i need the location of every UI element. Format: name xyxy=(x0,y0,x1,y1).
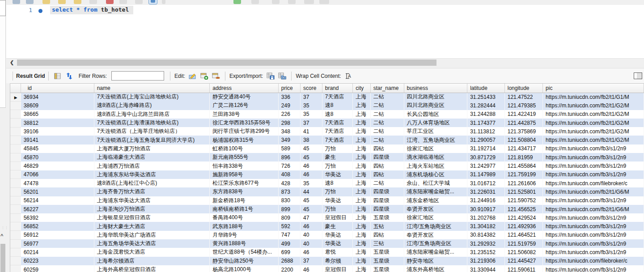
cell-brand[interactable]: 希尔顿 xyxy=(322,257,353,265)
cell-longitude[interactable]: 121.506082 xyxy=(504,248,542,256)
cell-pic[interactable]: https://m.tuniucdn.com/filebroker/c xyxy=(543,257,644,265)
cell-score[interactable]: 35 xyxy=(301,110,322,119)
cell-name[interactable]: 上海齐鲁万怡大酒店 xyxy=(94,187,210,196)
cell-name[interactable]: 上海希尔顿酒店 xyxy=(94,257,210,265)
cell-longitude[interactable]: 121.519759 xyxy=(504,239,542,248)
cell-price[interactable]: 428 xyxy=(278,179,300,187)
cell-star_name[interactable]: 二钻 xyxy=(370,136,404,144)
row-gutter[interactable] xyxy=(10,239,21,248)
cell-business[interactable]: 静安寺地区 xyxy=(404,257,467,265)
cell-city[interactable]: 上海 xyxy=(353,101,370,110)
splitter-grip[interactable]: ⋮⋮ xyxy=(1,226,8,230)
cell-name[interactable]: 上海临港豪生大酒店 xyxy=(94,153,210,162)
cell-brand[interactable]: 华美达 xyxy=(322,196,353,205)
cell-name[interactable]: 7天连锁酒店（上海莘庄地铁站店） xyxy=(94,127,210,136)
cell-pic[interactable]: https://m.tuniucdn.com/fb3/s1/2n9 xyxy=(543,265,644,272)
cell-score[interactable]: 45 xyxy=(301,144,322,153)
row-gutter[interactable] xyxy=(10,265,21,272)
cell-address[interactable]: 广灵二路126号 xyxy=(210,101,279,110)
cell-star_name[interactable]: 四钻 xyxy=(370,170,404,179)
toolbar-icon-9[interactable] xyxy=(135,0,143,4)
cell-score[interactable]: 41 xyxy=(301,127,322,136)
cell-longitude[interactable]: 121.455864 xyxy=(504,162,542,170)
cell-city[interactable]: 上海 xyxy=(353,162,370,170)
cell-name[interactable]: 上海西藏大厦万怡酒店 xyxy=(94,144,210,153)
cell-star_name[interactable]: 二钻 xyxy=(370,179,404,187)
cell-pic[interactable]: https://m.tuniucdn.com/fb2/t1/G2/M xyxy=(543,110,644,119)
cell-business[interactable]: 江湾/五角场商业区 xyxy=(404,222,467,230)
cell-id[interactable]: 56227 xyxy=(21,205,94,213)
cell-address[interactable]: 静安华山路250号 xyxy=(210,257,279,265)
cell-address[interactable]: 虹桥路100号 xyxy=(210,144,279,153)
cell-score[interactable]: 38 xyxy=(301,136,322,144)
toolbar-icon-12[interactable] xyxy=(251,0,259,4)
table-row[interactable]: 388127天连锁酒店(上海漕溪路地铁站店)徐汇龙华西路315弄58号29837… xyxy=(10,119,644,127)
cell-star_name[interactable]: 五星级 xyxy=(370,265,404,272)
table-row[interactable]: 56977上海五角场华美达大酒店黄兴路1888号49940华美达上海三钻江湾/五… xyxy=(10,239,644,248)
cell-name[interactable]: 上海圣淘沙万怡酒店 xyxy=(94,205,210,213)
cell-pic[interactable]: https://m.tuniucdn.com/fb2/t1/G6/M xyxy=(543,205,644,213)
cell-star_name[interactable]: 四星级 xyxy=(370,196,404,205)
cell-city[interactable]: 上海 xyxy=(353,144,370,153)
cell-longitude[interactable]: 121.590752 xyxy=(504,196,542,205)
cell-price[interactable]: 592 xyxy=(278,222,300,230)
cell-price[interactable]: 348 xyxy=(278,127,300,136)
cell-price[interactable]: 249 xyxy=(278,101,300,110)
cell-pic[interactable]: https://m.tuniucdn.com/fb3/s1/2n9 xyxy=(543,196,644,205)
cell-name[interactable]: 上海五角场华美达大酒店 xyxy=(94,239,210,248)
cell-latitude[interactable]: 31.282444 xyxy=(467,101,505,110)
cell-business[interactable]: 浦东陆家嘴金融贸... xyxy=(404,187,467,196)
cell-longitude[interactable]: 121.47522 xyxy=(504,93,542,101)
table-row[interactable]: 56912上海华凯华美达广场酒店月华路9号74740华美达上海四钻奉贤开发区30… xyxy=(10,231,644,239)
hscrollbar-thumb[interactable] xyxy=(17,60,436,66)
scroll-up-icon[interactable]: ^ xyxy=(0,233,3,238)
row-gutter[interactable] xyxy=(10,119,21,127)
cell-id[interactable]: 36934 xyxy=(21,93,94,101)
row-gutter[interactable] xyxy=(10,110,21,119)
cell-star_name[interactable]: 四钻 xyxy=(370,231,404,239)
cell-id[interactable]: 56977 xyxy=(21,239,94,248)
limit-rows-button[interactable] xyxy=(148,0,157,4)
new-query-icon[interactable] xyxy=(233,0,241,4)
cell-id[interactable]: 56214 xyxy=(21,196,94,205)
cell-name[interactable]: 上海浦西万怡酒店 xyxy=(94,162,210,170)
cell-brand[interactable]: 华美达 xyxy=(322,239,353,248)
cell-brand[interactable]: 速8 xyxy=(322,110,353,119)
toolbar-icon-14[interactable] xyxy=(288,0,296,4)
row-gutter[interactable] xyxy=(10,213,21,222)
cell-city[interactable]: 上海 xyxy=(353,213,370,222)
cell-pic[interactable]: https://m.tuniucdn.com/fb3/s1/2n9 xyxy=(543,231,644,239)
cell-brand[interactable]: 7天酒店 xyxy=(322,136,353,144)
cell-latitude[interactable]: 31.244916 xyxy=(467,196,505,205)
cell-address[interactable]: 闵行莘庄镇七莘路299号 xyxy=(210,127,279,136)
cell-score[interactable]: 46 xyxy=(301,248,322,256)
table-row[interactable]: 38609速8酒店(上海赤峰路店)广灵二路126号24935速8上海二钻四川北路… xyxy=(10,101,644,110)
table-row[interactable]: 56392上海银星皇冠假日酒店番禺路400号80947皇冠假日上海五星级徐家汇地… xyxy=(10,213,644,222)
row-gutter[interactable] xyxy=(10,179,21,187)
collapse-panel-icon[interactable] xyxy=(634,72,642,79)
cell-business[interactable]: 徐家汇地区 xyxy=(404,144,467,153)
execute-icon[interactable] xyxy=(89,0,97,4)
cell-star_name[interactable]: 二钻 xyxy=(370,93,404,101)
cell-score[interactable]: 40 xyxy=(301,231,322,239)
table-row[interactable]: 60259上海外高桥皇冠假日酒店杨高北路1000号220046皇冠假日上海五星级… xyxy=(10,265,644,272)
cell-address[interactable]: 杨浦国权路315号 xyxy=(210,136,279,144)
cell-id[interactable]: 56912 xyxy=(21,231,94,239)
cell-pic[interactable]: https://m.tuniucdn.com/fb2/t1/G2/M xyxy=(543,119,644,127)
toolbar-icon-13[interactable] xyxy=(272,0,280,4)
cell-name[interactable]: 上海银星皇冠假日酒店 xyxy=(94,213,210,222)
column-header-name[interactable]: name xyxy=(94,84,210,93)
cell-star_name[interactable]: 四钻 xyxy=(370,162,404,170)
cell-name[interactable]: 速8酒店上海中山北路兰田路店 xyxy=(94,110,210,119)
cell-brand[interactable]: 君悦 xyxy=(322,248,353,256)
cell-brand[interactable]: 豪生 xyxy=(322,222,353,230)
table-row[interactable]: 47478速8酒店(上海松江中心店)松江荣乐东路677号42835速8上海二钻佘… xyxy=(10,179,644,187)
cell-id[interactable]: 60214 xyxy=(21,248,94,256)
row-gutter[interactable] xyxy=(10,205,21,213)
row-gutter[interactable] xyxy=(10,170,21,179)
cell-business[interactable]: 上海火车站地区 xyxy=(404,162,467,170)
cell-star_name[interactable]: 四星级 xyxy=(370,187,404,196)
cell-city[interactable]: 上海 xyxy=(353,119,370,127)
cell-pic[interactable]: https://m.tuniucdn.com/fb2/t1/G2/M xyxy=(543,127,644,136)
cell-longitude[interactable]: 121.759199 xyxy=(504,170,542,179)
